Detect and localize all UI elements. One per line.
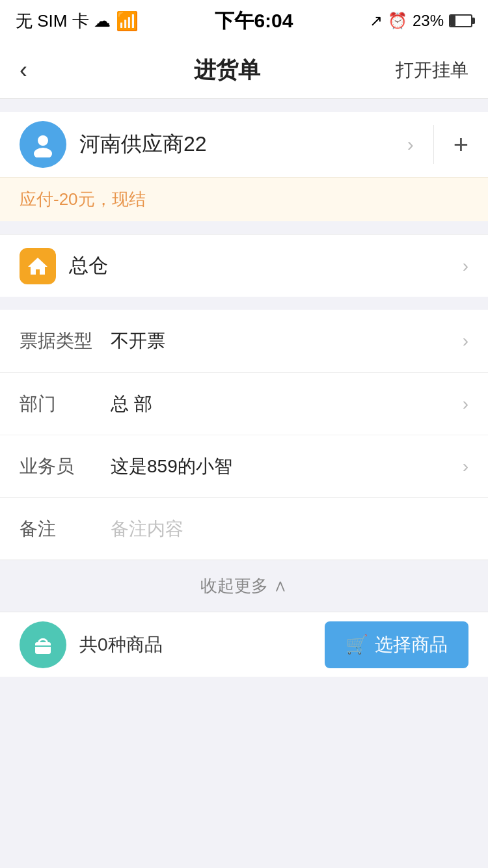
alarm-icon: ⏰ [388,12,407,30]
location-icon: ↗ [370,12,383,30]
supplier-name: 河南供应商22 [79,130,407,159]
select-product-button[interactable]: 🛒 选择商品 [325,621,468,668]
notes-placeholder[interactable]: 备注内容 [111,517,468,541]
collapse-label: 收起更多 ∧ [200,575,287,597]
back-button[interactable]: ‹ [20,57,59,84]
department-chevron-icon: › [463,394,468,414]
section-gap-1 [0,99,488,112]
main-content: 河南供应商22 › + 应付-20元，现结 总仓 › 票 [0,99,488,807]
supplier-chevron-icon: › [407,133,414,156]
warehouse-chevron-icon: › [463,256,468,277]
svg-marker-2 [28,258,47,275]
notice-banner: 应付-20元，现结 [0,177,488,221]
select-btn-label: 选择商品 [375,632,448,657]
product-count: 共0种商品 [79,632,325,657]
supplier-card: 河南供应商22 › + 应付-20元，现结 [0,112,488,221]
cart-icon [20,621,66,668]
wifi-icon: 📶 [116,10,139,32]
supplier-avatar [20,121,66,168]
open-pending-button[interactable]: 打开挂单 [396,58,468,83]
ticket-chevron-icon: › [463,331,468,351]
warehouse-name: 总仓 [69,252,463,279]
select-btn-icon: 🛒 [346,634,368,655]
sales-rep-label: 业务员 [20,454,111,479]
ticket-value: 不开票 [111,329,463,353]
form-row-ticket[interactable]: 票据类型 不开票 › [0,310,488,372]
bottom-bar: 共0种商品 🛒 选择商品 [0,612,488,677]
form-row-sales-rep[interactable]: 业务员 这是859的小智 › [0,435,488,497]
svg-rect-3 [35,642,51,654]
vertical-divider [433,125,434,164]
sales-rep-chevron-icon: › [463,456,468,477]
section-gap-2 [0,221,488,234]
svg-point-1 [34,148,52,157]
form-card: 票据类型 不开票 › 部门 总 部 › 业务员 这是859的小智 [0,310,488,560]
status-right: ↗ ⏰ 23% [370,12,472,30]
collapse-button[interactable]: 收起更多 ∧ [0,560,488,612]
warehouse-row[interactable]: 总仓 › [0,234,488,297]
notice-text: 应付-20元，现结 [20,189,146,209]
supplier-row[interactable]: 河南供应商22 › + [0,112,488,177]
battery-label: 23% [413,12,444,30]
battery-icon [449,14,472,27]
nav-bar: ‹ 进货单 打开挂单 [0,42,488,99]
department-value: 总 部 [111,392,463,416]
sim-label: 无 SIM 卡 ☁ [16,10,111,33]
department-label: 部门 [20,392,111,416]
status-bar: 无 SIM 卡 ☁ 📶 下午6:04 ↗ ⏰ 23% [0,0,488,42]
form-row-notes[interactable]: 备注 备注内容 [0,497,488,560]
add-supplier-button[interactable]: + [454,130,468,159]
section-gap-3 [0,297,488,310]
gray-fill [0,677,488,807]
svg-point-0 [38,135,48,146]
sales-rep-value: 这是859的小智 [111,454,463,479]
status-left: 无 SIM 卡 ☁ 📶 [16,10,139,33]
status-time: 下午6:04 [215,8,293,34]
warehouse-icon [20,248,56,284]
warehouse-card: 总仓 › [0,234,488,297]
ticket-label: 票据类型 [20,329,111,353]
notes-label: 备注 [20,517,111,541]
form-row-department[interactable]: 部门 总 部 › [0,372,488,435]
page-title: 进货单 [194,55,260,85]
